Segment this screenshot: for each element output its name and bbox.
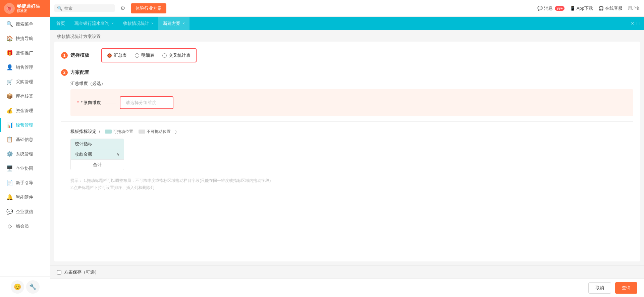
sidebar-item-label: 经营管理 <box>16 122 33 128</box>
tab-bank-flow-close[interactable]: × <box>111 21 114 26</box>
template-option-cross-label: 交叉统计表 <box>169 52 191 58</box>
template-radio-summary[interactable] <box>107 53 112 58</box>
header-search-box[interactable]: 🔍 <box>54 4 115 12</box>
search-input[interactable] <box>64 6 108 11</box>
sidebar-item-label: 智能硬件 <box>16 194 33 200</box>
sidebar-item-system[interactable]: ⚙️ 系统管理 <box>0 147 50 161</box>
cancel-button[interactable]: 取消 <box>588 282 611 294</box>
sidebar-nav: 🔍 搜索菜单 🏠 快捷导航 🎁 营销推广 👤 销售管理 🛒 采购管理 📦 库存核… <box>0 17 50 277</box>
sidebar-item-purchase[interactable]: 🛒 采购管理 <box>0 75 50 89</box>
search-icon: 🔍 <box>6 21 13 27</box>
save-checkbox[interactable] <box>57 270 61 275</box>
footer-save: 方案保存（可选） <box>50 265 644 279</box>
sidebar-item-sales[interactable]: 👤 销售管理 <box>0 60 50 75</box>
logo-sub: 标准版 <box>17 9 40 13</box>
sidebar: 🐙 畅捷通好生 标准版 🔍 搜索菜单 🏠 快捷导航 🎁 营销推广 👤 销售管理 … <box>0 0 50 297</box>
template-radio-detail[interactable] <box>135 53 139 58</box>
template-option-detail[interactable]: 明细表 <box>135 52 154 58</box>
tab-bank-flow[interactable]: 现金银行流水查询 × <box>70 17 118 30</box>
sidebar-item-search[interactable]: 🔍 搜索菜单 <box>0 17 50 31</box>
sidebar-item-label: 销售管理 <box>16 64 33 70</box>
sidebar-item-label: 采购管理 <box>16 79 33 85</box>
divider-1 <box>61 121 633 122</box>
sidebar-item-wechat[interactable]: 💬 企业微信 <box>0 204 50 219</box>
sidebar-item-label: 系统管理 <box>16 151 33 157</box>
download-button[interactable]: 📱 App下载 <box>570 5 593 11</box>
service-label: 在线客服 <box>605 5 623 11</box>
gear-icon: ⚙ <box>120 5 125 11</box>
logo-icon: 🐙 <box>4 3 15 14</box>
sidebar-item-inventory[interactable]: 📦 库存核算 <box>0 89 50 103</box>
sidebar-bottom-btn-2[interactable]: 🔧 <box>26 280 40 294</box>
sidebar-item-label: 库存核算 <box>16 93 33 99</box>
tab-collection-stats[interactable]: 收款情况统计 × <box>118 17 158 30</box>
collection-amount-label: 收款金额 <box>75 151 92 157</box>
template-radio-cross[interactable] <box>162 53 167 58</box>
tab-home[interactable]: 首页 <box>52 17 70 30</box>
sidebar-item-member[interactable]: ◇ 畅会员 <box>0 219 50 233</box>
step2-title: 方案配置 <box>70 69 89 76</box>
tab-new-plan[interactable]: 新建方案 × <box>158 17 190 30</box>
sidebar-logo: 🐙 畅捷通好生 标准版 <box>0 0 50 17</box>
sidebar-item-basic-info[interactable]: 📋 基础信息 <box>0 132 50 147</box>
monitor-icon: 🖥️ <box>6 165 13 171</box>
window-close-button[interactable]: × <box>631 20 634 27</box>
dimension-select[interactable]: 请选择分组维度 <box>120 96 173 109</box>
template-option-cross[interactable]: 交叉统计表 <box>162 52 191 58</box>
sidebar-item-marketing[interactable]: 🎁 营销推广 <box>0 46 50 60</box>
sidebar-item-label: 企业协同 <box>16 165 33 171</box>
template-option-summary[interactable]: 汇总表 <box>107 52 127 58</box>
message-label: 消息 <box>544 5 553 11</box>
window-maximize-button[interactable]: □ <box>637 20 640 27</box>
sidebar-item-guide[interactable]: 📄 新手引导 <box>0 176 50 190</box>
header-actions: 💬 消息 99+ 📱 App下载 🎧 在线客服 用户名 <box>537 5 640 11</box>
step1-number: 1 <box>61 52 68 59</box>
chat-icon: 💬 <box>6 208 13 215</box>
sidebar-bottom: 😊 🔧 <box>0 277 50 297</box>
sidebar-item-label: 新手引导 <box>16 180 33 186</box>
sidebar-item-capital[interactable]: 💰 资金管理 <box>0 103 50 118</box>
cart-icon: 🛒 <box>6 79 13 85</box>
sidebar-item-smart-hw[interactable]: 🔔 智能硬件 <box>0 190 50 204</box>
form-card: 1 选择模板 汇总表 明细表 交叉统计表 <box>54 42 640 261</box>
non-draggable-label: 不可拖动位置 <box>147 129 171 135</box>
sidebar-item-management[interactable]: 📊 经营管理 <box>0 118 50 132</box>
template-option-detail-label: 明细表 <box>141 52 154 58</box>
chevron-down-icon[interactable]: ∨ <box>117 152 120 157</box>
sidebar-bottom-btn-1[interactable]: 😊 <box>11 280 24 294</box>
settings-button[interactable]: ⚙ <box>117 3 128 14</box>
message-button[interactable]: 💬 消息 99+ <box>537 5 565 11</box>
tab-collection-stats-close[interactable]: × <box>151 21 154 26</box>
sidebar-item-quick-nav[interactable]: 🏠 快捷导航 <box>0 31 50 46</box>
breadcrumb: 收款情况统计方案设置 <box>50 30 644 42</box>
industry-plan-button[interactable]: 体验行业方案 <box>131 3 166 13</box>
document-icon: 📄 <box>6 180 13 186</box>
metrics-label: 模板指标设定（ <box>70 129 101 135</box>
tip-2: 2.点击标题栏下拉可设置排序、插入列和删除列 <box>70 185 633 191</box>
sidebar-item-label: 企业微信 <box>16 209 33 215</box>
dimension-title: 汇总维度（必选） <box>70 81 633 87</box>
header: 🔍 ⚙ 体验行业方案 💬 消息 99+ 📱 App下载 🎧 在线客服 用户名 <box>50 0 644 17</box>
download-label: App下载 <box>577 5 593 11</box>
collection-amount-row[interactable]: 收款金额 ∨ <box>71 149 124 159</box>
tab-collection-stats-label: 收款情况统计 <box>123 20 149 27</box>
logo-name: 畅捷通好生 <box>17 3 40 9</box>
tab-home-label: 首页 <box>56 20 65 27</box>
query-button[interactable]: 查询 <box>615 282 637 294</box>
user-icon: 👤 <box>6 64 13 70</box>
sidebar-item-enterprise[interactable]: 🖥️ 企业协同 <box>0 161 50 176</box>
sidebar-item-label: 资金管理 <box>16 108 33 114</box>
tip-1: 提示： 1.拖动标题栏可以调整布局，不可跨维度或指标区域拖动栏目字段(只能在同一… <box>70 178 633 184</box>
tab-new-plan-close[interactable]: × <box>182 21 185 26</box>
money-icon: 💰 <box>6 107 13 114</box>
settings-icon: ⚙️ <box>6 151 13 157</box>
service-button[interactable]: 🎧 在线客服 <box>598 5 623 11</box>
sidebar-item-label: 营销推广 <box>16 50 33 56</box>
service-icon: 🎧 <box>598 6 604 11</box>
metrics-legend: 可拖动位置 不可拖动位置 <box>105 129 171 135</box>
non-draggable-color <box>139 130 145 134</box>
legend-draggable: 可拖动位置 <box>105 129 133 135</box>
download-icon: 📱 <box>570 6 575 11</box>
clipboard-icon: 📋 <box>6 136 13 143</box>
window-controls: × □ <box>631 20 643 27</box>
